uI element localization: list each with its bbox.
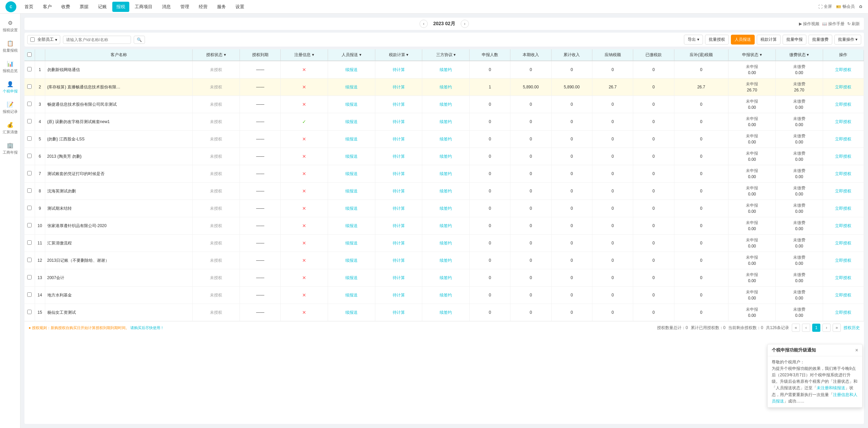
row-triparty[interactable]: 续签约 [422,61,470,79]
row-triparty[interactable]: 续签约 [422,217,470,235]
select-all-checkbox[interactable] [27,52,32,57]
notif-link-1[interactable]: 未注册和续报送 [817,386,845,390]
nav-item-报税[interactable]: 报税 [112,2,129,12]
refresh-btn[interactable]: ♻ [859,4,863,9]
row-action[interactable]: 立即授权 [823,113,864,131]
row-tax-calc[interactable]: 待计算 [375,79,422,96]
notif-link-2[interactable]: 注册信息和人员报送 [772,392,857,404]
nav-item-票据[interactable]: 票据 [76,2,93,12]
search-input[interactable] [63,36,131,44]
nav-item-经营[interactable]: 经营 [195,2,212,12]
row-action[interactable]: 立即授权 [823,269,864,287]
prev-month-btn[interactable]: ‹ [420,20,428,28]
row-checkbox[interactable] [24,200,35,217]
toolbar-btn-批量操作 ▾[interactable]: 批量操作 ▾ [834,35,861,45]
row-triparty[interactable]: 续签约 [422,79,470,96]
row-person-report[interactable]: 续报送 [328,235,375,252]
row-action[interactable]: 立即授权 [823,252,864,269]
row-action[interactable]: 立即授权 [823,287,864,304]
row-tax-calc[interactable]: 待计算 [375,61,422,79]
row-triparty[interactable]: 续签约 [422,269,470,287]
all-staff-checkbox[interactable] [30,37,35,42]
toolbar-btn-批量缴费[interactable]: 批量缴费 [808,35,832,45]
last-page-btn[interactable]: » [833,324,841,332]
row-action[interactable]: 立即授权 [823,304,864,321]
first-page-btn[interactable]: « [792,324,800,332]
row-person-report[interactable]: 续报送 [328,131,375,148]
notif-close-btn[interactable]: × [855,347,858,353]
row-person-report[interactable]: 续报送 [328,113,375,131]
row-checkbox[interactable] [24,235,35,252]
sidebar-item-工商年报[interactable]: 🏢工商年报 [1,139,19,158]
sidebar-item-批量报税[interactable]: 📋批量报税 [1,37,19,56]
row-tax-calc[interactable]: 待计算 [375,287,422,304]
row-person-report[interactable]: 续报送 [328,96,375,113]
nav-item-消息[interactable]: 消息 [158,2,175,12]
sidebar-item-汇算清缴[interactable]: 💰汇算清缴 [1,118,19,137]
row-person-report[interactable]: 续报送 [328,217,375,235]
row-person-report[interactable]: 续报送 [328,183,375,200]
prev-page-btn[interactable]: ‹ [802,324,810,332]
operation-video-btn[interactable]: ▶ 操作视频 [799,21,819,27]
row-person-report[interactable]: 续报送 [328,165,375,183]
row-checkbox[interactable] [24,269,35,287]
row-tax-calc[interactable]: 待计算 [375,235,422,252]
row-checkbox[interactable] [24,287,35,304]
row-triparty[interactable]: 续签约 [422,183,470,200]
current-page[interactable]: 1 [812,324,820,332]
row-tax-calc[interactable]: 待计算 [375,96,422,113]
row-triparty[interactable]: 续签约 [422,96,470,113]
nav-item-设置[interactable]: 设置 [231,2,248,12]
row-checkbox[interactable] [24,131,35,148]
row-checkbox[interactable] [24,217,35,235]
nav-item-客户[interactable]: 客户 [39,2,56,12]
row-tax-calc[interactable]: 待计算 [375,113,422,131]
auth-link[interactable]: 请购买后尽快使用！ [130,326,164,330]
sidebar-item-报税记录[interactable]: 📝报税记录 [1,98,19,117]
operation-manual-btn[interactable]: 📖 操作手册 [822,21,845,27]
row-tax-calc[interactable]: 待计算 [375,217,422,235]
row-action[interactable]: 立即授权 [823,131,864,148]
row-tax-calc[interactable]: 待计算 [375,200,422,217]
row-person-report[interactable]: 续报送 [328,287,375,304]
row-person-report[interactable]: 续报送 [328,61,375,79]
row-triparty[interactable]: 续签约 [422,200,470,217]
row-action[interactable]: 立即授权 [823,217,864,235]
row-person-report[interactable]: 续报送 [328,200,375,217]
nav-item-首页[interactable]: 首页 [20,2,37,12]
sidebar-item-报税总览[interactable]: 📊报税总览 [1,57,19,76]
search-button[interactable]: 🔍 [134,36,145,44]
row-action[interactable]: 立即授权 [823,61,864,79]
row-action[interactable]: 立即授权 [823,148,864,165]
history-link[interactable]: 授权历史 [844,325,860,331]
row-action[interactable]: 立即授权 [823,200,864,217]
toolbar-btn-人员报送[interactable]: 人员报送 [731,35,755,45]
row-action[interactable]: 立即授权 [823,183,864,200]
member-btn[interactable]: 🎫 畅会员 [836,4,855,10]
row-triparty[interactable]: 续签约 [422,287,470,304]
row-tax-calc[interactable]: 待计算 [375,165,422,183]
fullscreen-btn[interactable]: ⛶ 全屏 [818,4,832,10]
row-checkbox[interactable] [24,113,35,131]
row-person-report[interactable]: 续报送 [328,79,375,96]
row-person-report[interactable]: 续报送 [328,304,375,321]
row-tax-calc[interactable]: 待计算 [375,183,422,200]
refresh-page-btn[interactable]: ↻ 刷新 [847,21,860,27]
row-checkbox[interactable] [24,96,35,113]
row-checkbox[interactable] [24,165,35,183]
row-checkbox[interactable] [24,61,35,79]
row-triparty[interactable]: 续签约 [422,165,470,183]
row-tax-calc[interactable]: 待计算 [375,269,422,287]
row-triparty[interactable]: 续签约 [422,113,470,131]
toolbar-btn-批量申报[interactable]: 批量申报 [783,35,806,45]
row-person-report[interactable]: 续报送 [328,148,375,165]
row-action[interactable]: 立即授权 [823,79,864,96]
nav-item-收费[interactable]: 收费 [57,2,74,12]
row-person-report[interactable]: 续报送 [328,252,375,269]
row-action[interactable]: 立即授权 [823,235,864,252]
row-checkbox[interactable] [24,148,35,165]
toolbar-btn-税款计算[interactable]: 税款计算 [757,35,781,45]
toolbar-btn-批量授权[interactable]: 批量授权 [705,35,729,45]
row-tax-calc[interactable]: 待计算 [375,304,422,321]
row-action[interactable]: 立即授权 [823,96,864,113]
